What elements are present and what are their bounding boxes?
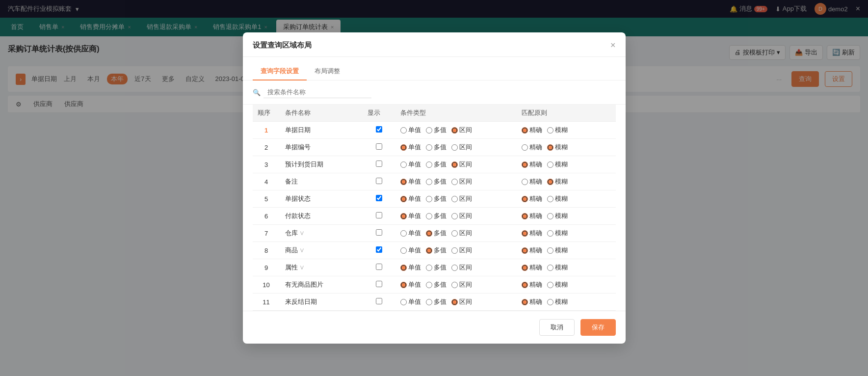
tab-layout-adjust[interactable]: 布局调整 xyxy=(307,63,348,81)
th-match: 匹配原则 xyxy=(517,105,616,121)
settings-dialog: 设置查询区域布局 × 查询字段设置 布局调整 🔍 顺序 条件名称 xyxy=(243,32,626,121)
th-order: 顺序 xyxy=(253,105,280,121)
search-input[interactable] xyxy=(263,86,371,98)
dialog-title: 设置查询区域布局 xyxy=(253,41,312,50)
dialog-close-btn[interactable]: × xyxy=(610,40,616,51)
settings-table: 顺序 条件名称 显示 条件类型 匹配原则 1单据日期单值多值区间精确模糊2单据编… xyxy=(253,105,616,121)
search-icon: 🔍 xyxy=(253,89,261,96)
dialog-tab-bar: 查询字段设置 布局调整 xyxy=(243,57,626,81)
dialog-overlay: 设置查询区域布局 × 查询字段设置 布局调整 🔍 顺序 条件名称 xyxy=(0,0,868,121)
th-name: 条件名称 xyxy=(280,105,363,121)
dialog-body: 顺序 条件名称 显示 条件类型 匹配原则 1单据日期单值多值区间精确模糊2单据编… xyxy=(243,105,626,121)
table-header: 顺序 条件名称 显示 条件类型 匹配原则 xyxy=(253,105,616,121)
th-show: 显示 xyxy=(363,105,395,121)
search-area: 🔍 xyxy=(243,81,626,105)
dialog-header: 设置查询区域布局 × xyxy=(243,32,626,57)
tab-query-fields[interactable]: 查询字段设置 xyxy=(253,63,307,81)
th-type: 条件类型 xyxy=(395,105,517,121)
